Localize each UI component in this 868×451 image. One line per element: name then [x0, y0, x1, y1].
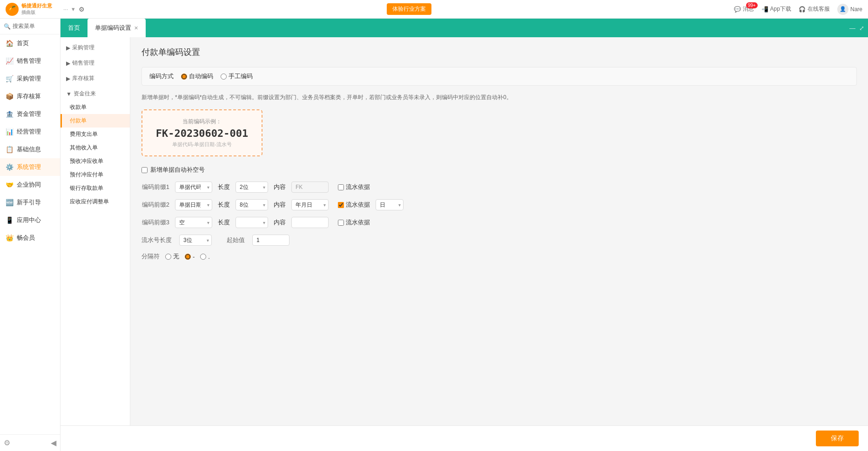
home-icon: 🏠 — [6, 40, 13, 47]
sub-nav-group-inventory: ▶ 库存核算 — [61, 72, 130, 85]
prefix1-content-input — [291, 182, 329, 193]
sub-nav-item-prepaid-pay[interactable]: 预付冲应付单 — [61, 168, 130, 182]
manual-coding-radio[interactable] — [221, 74, 227, 80]
guide-icon: 🆕 — [6, 199, 13, 206]
auto-coding-option[interactable]: 自动编码 — [181, 72, 213, 81]
message-button[interactable]: 💬 消息 99+ — [734, 5, 754, 13]
collapse-icon[interactable]: ◀ — [51, 438, 56, 447]
sub-nav-item-prepaid-recv[interactable]: 预收冲应收单 — [61, 155, 130, 168]
prefix2-content-select[interactable]: 年月日 — [291, 199, 329, 210]
sidebar-item-enterprise[interactable]: 🤝 企业协同 — [0, 176, 60, 194]
search-icon: 🔍 — [4, 23, 11, 30]
tab-close-icon[interactable]: ✕ — [134, 25, 138, 31]
user-avatar[interactable]: 👤 Nare — [837, 4, 862, 15]
message-icon: 💬 — [734, 6, 741, 13]
sub-nav-item-bank-deposit[interactable]: 银行存取款单 — [61, 182, 130, 195]
coding-mode-bar: 编码方式 自动编码 手工编码 — [141, 67, 857, 86]
sidebar-item-inventory[interactable]: 📦 库存核算 — [0, 88, 60, 105]
prefix3-select[interactable]: 空 — [175, 217, 212, 228]
prefix1-length-select[interactable]: 2位 — [236, 182, 268, 193]
separator-dot-option[interactable]: . — [200, 253, 210, 260]
separator-dash-option[interactable]: - — [185, 253, 195, 260]
main-content: 付款单编码设置 编码方式 自动编码 手工编码 — [130, 37, 868, 425]
separator-none-option[interactable]: 无 — [165, 252, 179, 261]
sub-nav-item-payment[interactable]: 付款单 — [61, 114, 130, 128]
online-service-label: 在线客服 — [807, 5, 830, 13]
prefix2-serial-label[interactable]: 流水依据 — [338, 201, 370, 209]
separator-none-radio[interactable] — [165, 254, 171, 260]
sub-nav-item-ar-ap-adjust[interactable]: 应收应付调整单 — [61, 195, 130, 209]
prefix3-length-select[interactable] — [236, 217, 268, 228]
code-preview-title: 当前编码示例： — [154, 118, 250, 126]
serial-length-label: 流水号长度 — [141, 236, 172, 244]
prefix3-content-label: 内容 — [274, 218, 286, 227]
auto-fill-checkbox[interactable] — [141, 167, 148, 173]
sub-nav-item-other-income[interactable]: 其他收入单 — [61, 141, 130, 155]
sidebar-item-home[interactable]: 🏠 首页 — [0, 34, 60, 52]
prefix2-serial-checkbox[interactable] — [338, 202, 344, 208]
prefix2-content-label: 内容 — [274, 201, 286, 209]
prefix3-serial-label[interactable]: 流水依据 — [338, 218, 370, 227]
dropdown-arrow-icon[interactable]: ▾ — [72, 6, 75, 13]
sidebar-label-system: 系统管理 — [17, 163, 41, 171]
basic-icon: 📋 — [6, 146, 13, 153]
sub-nav-header-sales[interactable]: ▶ 销售管理 — [61, 56, 130, 70]
sidebar-item-member[interactable]: 👑 畅会员 — [0, 229, 60, 247]
sub-nav-header-purchase[interactable]: ▶ 采购管理 — [61, 41, 130, 54]
auto-coding-radio[interactable] — [181, 74, 187, 80]
sidebar-item-sales[interactable]: 📈 销售管理 — [0, 52, 60, 70]
sub-nav-item-receipt[interactable]: 收款单 — [61, 101, 130, 114]
sidebar-item-apps[interactable]: 📱 应用中心 — [0, 211, 60, 229]
manual-coding-option[interactable]: 手工编码 — [221, 72, 253, 81]
sub-nav-header-inventory[interactable]: ▶ 库存核算 — [61, 72, 130, 85]
prefix2-day-select[interactable]: 日 — [376, 199, 404, 210]
tab-coding[interactable]: 单据编码设置 ✕ — [87, 19, 146, 37]
start-value-label: 起始值 — [227, 236, 245, 244]
serial-length-select[interactable]: 3位 — [179, 235, 212, 246]
settings-footer-icon[interactable]: ⚙ — [4, 438, 10, 447]
tab-home[interactable]: 首页 — [61, 19, 87, 37]
sidebar-item-finance[interactable]: 🏦 资金管理 — [0, 105, 60, 123]
prefix1-select[interactable]: 单据代码 — [175, 182, 212, 193]
prefix1-length-label: 长度 — [218, 183, 230, 191]
sidebar-item-operation[interactable]: 📊 经营管理 — [0, 123, 60, 141]
sidebar-label-inventory: 库存核算 — [17, 92, 41, 101]
coding-mode-label: 编码方式 — [149, 72, 174, 81]
prefix2-select[interactable]: 单据日期 — [175, 199, 212, 210]
sidebar-item-purchase[interactable]: 🛒 采购管理 — [0, 70, 60, 88]
search-menu-button[interactable]: 🔍 搜索菜单 — [0, 19, 60, 34]
prefix1-serial-text: 流水依据 — [346, 183, 370, 191]
settings-icon[interactable]: ⚙ — [79, 6, 85, 13]
start-value-input[interactable] — [252, 235, 289, 246]
sidebar-label-enterprise: 企业协同 — [17, 181, 41, 189]
auto-fill-row: 新增单据自动补空号 — [141, 166, 857, 174]
sub-nav-header-capital[interactable]: ▼ 资金往来 — [61, 87, 130, 101]
sidebar-item-guide[interactable]: 🆕 新手引导 — [0, 194, 60, 211]
sidebar-item-basic[interactable]: 📋 基础信息 — [0, 141, 60, 158]
sidebar-label-guide: 新手引导 — [17, 198, 41, 207]
username-label: Nare — [850, 6, 862, 13]
sub-nav-group-sales: ▶ 销售管理 — [61, 56, 130, 70]
tab-expand-icon[interactable]: ⤢ — [859, 25, 864, 32]
separator-dot-radio[interactable] — [200, 254, 206, 260]
industry-solution-button[interactable]: 体验行业方案 — [387, 3, 431, 15]
sidebar-item-system[interactable]: ⚙️ 系统管理 — [0, 158, 60, 176]
separator-dash-radio[interactable] — [185, 254, 191, 260]
top-bar-center: 体验行业方案 — [387, 3, 431, 15]
tab-minimize-icon[interactable]: — — [849, 25, 855, 32]
system-icon: ⚙️ — [6, 163, 13, 171]
prefix3-content-input[interactable] — [291, 217, 329, 228]
save-button[interactable]: 保存 — [816, 431, 859, 446]
app-download-button[interactable]: 📲 App下载 — [761, 5, 791, 13]
sub-nav-item-expense[interactable]: 费用支出单 — [61, 128, 130, 141]
prefix2-label: 编码前缀2 — [141, 201, 169, 209]
prefix1-serial-label[interactable]: 流水依据 — [338, 183, 370, 191]
prefix2-length-select[interactable]: 8位 — [236, 199, 268, 210]
prefix1-serial-checkbox[interactable] — [338, 184, 344, 190]
operation-icon: 📊 — [6, 128, 13, 135]
search-menu-label: 搜索菜单 — [13, 22, 35, 30]
prefix3-serial-checkbox[interactable] — [338, 220, 344, 226]
online-service-button[interactable]: 🎧 在线客服 — [799, 5, 830, 13]
prefix2-serial-text: 流水依据 — [346, 201, 370, 209]
member-icon: 👑 — [6, 234, 13, 242]
